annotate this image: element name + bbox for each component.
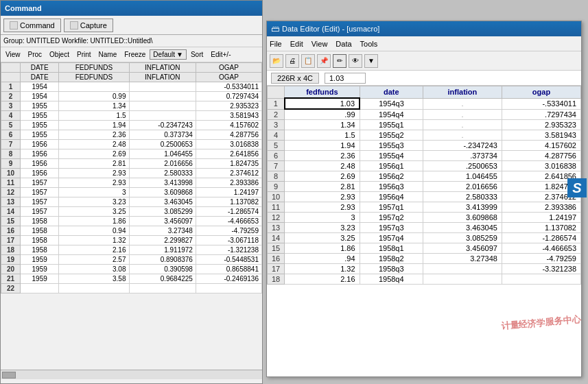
editor-menu-edit[interactable]: Edit [290, 40, 303, 48]
cell-inflation: . [423, 109, 502, 120]
editor-data-table: fedfunds date inflation ogap 1 1.03 1954… [267, 86, 581, 285]
cell-fedfunds[interactable]: 2.93 [285, 192, 360, 202]
cell-fedfunds[interactable]: 2.36 [285, 151, 360, 161]
left-table-container: DATE FEDFUNDS INFLATION OGAP DATE FEDFUN… [1, 62, 262, 370]
cell-inflation: 2.580333 [423, 192, 502, 202]
cell-fedfunds[interactable]: 1.86 [285, 243, 360, 254]
cell-inflation [129, 284, 196, 293]
table-row: 19 1959 2.57 0.8908376 -0.5448531 [1, 255, 262, 265]
editor-menu-view[interactable]: View [311, 40, 328, 48]
row-num: 8 [1, 149, 21, 159]
cell-inflation: 2.016656 [423, 182, 502, 192]
cell-ogap: 1.137082 [196, 197, 261, 207]
cell-fedfunds[interactable]: 1.5 [285, 130, 360, 141]
dropdown-arrow-icon: ▼ [176, 51, 183, 58]
cell-date: 1959 [21, 255, 59, 265]
cell-date: 1956q2 [360, 171, 423, 182]
cell-date: 1958q4 [360, 274, 423, 285]
cell-reference: 226R x 4C [271, 73, 319, 84]
print-icon[interactable]: 🖨 [285, 54, 299, 68]
cell-fedfunds: 3.23 [59, 197, 129, 207]
cell-fedfunds[interactable]: 2.16 [285, 274, 360, 285]
editor-menu-tools[interactable]: Tools [360, 40, 378, 48]
cell-fedfunds[interactable]: 2.69 [285, 171, 360, 182]
cell-fedfunds[interactable]: .99 [285, 109, 360, 120]
copy-icon[interactable]: 📋 [301, 54, 315, 68]
editor-col-header-row: fedfunds date inflation ogap [268, 86, 581, 99]
open-icon[interactable]: 📂 [270, 54, 283, 68]
table-row: 13 3.23 1957q3 3.463045 1.137082 [268, 223, 581, 233]
cell-ogap: .7297434 [502, 109, 580, 120]
left-menu-toolbar: View Proc Object Print Name Freeze Defau… [1, 47, 262, 62]
cell-inflation: 3.456097 [129, 217, 196, 226]
editor-th-inflation[interactable]: inflation [423, 86, 502, 99]
command-toolbar: Command Capture [1, 16, 262, 35]
th-fedfunds-type: FEDFUNDS [59, 73, 129, 82]
row-num: 4 [1, 111, 21, 121]
cell-inflation [129, 92, 196, 101]
command-button[interactable]: Command [3, 19, 61, 32]
editor-menu-data[interactable]: Data [336, 40, 351, 48]
row-num: 14 [268, 233, 285, 243]
table-row: 18 1958 2.16 1.911972 -1.321238 [1, 245, 262, 255]
menu-object[interactable]: Object [46, 50, 73, 59]
cell-fedfunds: 0.94 [59, 226, 129, 236]
cell-date: 1954 [21, 82, 59, 92]
editor-menu-file[interactable]: File [270, 40, 282, 48]
cell-ogap: 3.581943 [502, 130, 580, 141]
cell-fedfunds[interactable]: 2.93 [285, 202, 360, 213]
cell-ogap: 1.824735 [196, 159, 261, 169]
table-row: 6 1955 2.36 0.373734 4.287756 [1, 130, 262, 140]
editor-th-ogap[interactable]: ogap [502, 86, 580, 99]
cell-fedfunds[interactable]: 1.34 [285, 120, 360, 130]
cell-fedfunds: 2.69 [59, 149, 129, 159]
cell-fedfunds[interactable]: 1.94 [285, 141, 360, 151]
cell-fedfunds[interactable]: 2.48 [285, 161, 360, 171]
cell-fedfunds [59, 82, 129, 92]
cell-fedfunds[interactable]: 3.23 [285, 223, 360, 233]
left-scrollbar-thumb[interactable] [2, 372, 16, 379]
menu-sort[interactable]: Sort [187, 50, 207, 59]
cell-fedfunds[interactable]: 1.03 [285, 98, 360, 109]
cell-date: 1957q2 [360, 213, 423, 223]
edit-icon[interactable]: ✏ [333, 54, 346, 68]
cell-fedfunds[interactable]: .94 [285, 254, 360, 264]
cell-value[interactable]: 1.03 [325, 73, 366, 84]
row-num: 16 [1, 226, 21, 236]
cell-fedfunds[interactable]: 1.32 [285, 264, 360, 274]
paste-icon[interactable]: 📌 [317, 54, 331, 68]
cell-fedfunds[interactable]: 3 [285, 213, 360, 223]
capture-button[interactable]: Capture [64, 19, 113, 32]
cell-fedfunds: 3.58 [59, 274, 129, 284]
editor-scroll-container[interactable]: fedfunds date inflation ogap 1 1.03 1954… [267, 86, 581, 363]
cell-fedfunds[interactable]: 3.25 [285, 233, 360, 243]
menu-view[interactable]: View [2, 50, 24, 59]
menu-freeze[interactable]: Freeze [121, 50, 149, 59]
cell-fedfunds: 1.86 [59, 217, 129, 226]
table-row: 8 2.69 1956q2 1.046455 2.641856 [268, 171, 581, 182]
cell-ogap: 3.581943 [196, 111, 261, 121]
cell-ogap: 4.157602 [196, 121, 261, 130]
table-row: 14 1957 3.25 3.085299 -1.286574 [1, 207, 262, 217]
menu-editplus[interactable]: Edit+/- [207, 50, 234, 59]
cell-ogap: -4.466653 [196, 217, 261, 226]
row-num: 20 [1, 265, 21, 274]
menu-proc[interactable]: Proc [25, 50, 46, 59]
view-icon[interactable]: 👁 [349, 54, 362, 68]
command-title: Command [5, 4, 42, 12]
cell-fedfunds: 3 [59, 188, 129, 197]
cell-fedfunds: 2.93 [59, 169, 129, 178]
row-num: 1 [1, 82, 21, 92]
default-dropdown[interactable]: Default ▼ [150, 49, 187, 60]
cell-date: 1954q3 [360, 98, 423, 109]
filter-icon[interactable]: ▼ [364, 54, 378, 68]
cell-fedfunds[interactable]: 2.81 [285, 182, 360, 192]
cell-fedfunds: 2.48 [59, 140, 129, 149]
cell-date: 1956 [21, 169, 59, 178]
left-scrollbar[interactable] [1, 370, 262, 379]
menu-print[interactable]: Print [73, 50, 95, 59]
editor-th-fedfunds[interactable]: fedfunds [285, 86, 360, 99]
table-row: 15 1.86 1958q1 3.456097 -4.466653 [268, 243, 581, 254]
editor-th-date[interactable]: date [360, 86, 423, 99]
menu-name[interactable]: Name [95, 50, 121, 59]
